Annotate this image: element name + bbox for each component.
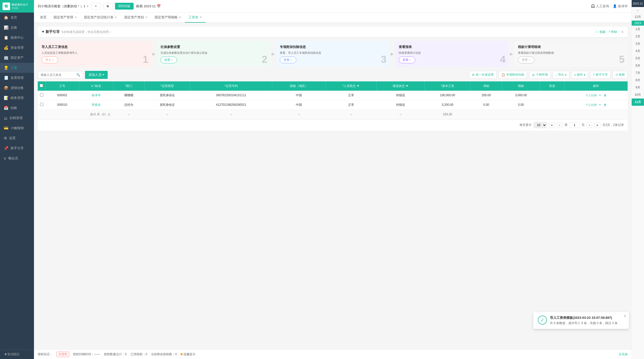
filter-status-icon[interactable]: ▼ — [356, 84, 359, 88]
sidebar-item-member[interactable]: V 畅会员 — [0, 153, 34, 163]
op-social-insurance-link[interactable]: 个人社保 — [586, 94, 597, 97]
charge-link[interactable]: 去充值 — [619, 352, 628, 356]
social-insurance-button[interactable]: ⚙ 统一社保设置 — [469, 71, 497, 79]
sidebar-item-label: 总账 — [11, 25, 17, 30]
tab-fixed-assets-category[interactable]: 固定资产类别 ✕ — [121, 13, 151, 23]
op-social-insurance-link[interactable]: 个人社保 — [586, 103, 597, 106]
op-delete-icon[interactable]: 🗑 — [604, 94, 607, 97]
step-1-button[interactable]: 导入＞ — [42, 57, 58, 63]
tab-home[interactable]: 首页 — [36, 13, 50, 23]
calendar-month-8[interactable]: 8月 — [632, 77, 644, 84]
row-select-checkbox[interactable] — [40, 103, 43, 106]
sidebar-item-settings[interactable]: ⚙ 设置 — [0, 133, 34, 143]
tab-fixed-assets-detail[interactable]: 固定资产明细账 ✕ — [151, 13, 185, 23]
step-2-button[interactable]: 设置＞ — [160, 57, 177, 63]
toast-content: 导入工资表模板(2023-03-23 15:07:59.897) 共 9 条数据… — [550, 316, 624, 325]
step-5-button[interactable]: 查看＞ — [518, 57, 535, 63]
op-delete-icon[interactable]: 🗑 — [604, 103, 607, 106]
content-area: ✦ 新手引导 5步快速完成设置，快去完善信息吧～ ▷ 视频 ? 帮助 ✕ 导入员… — [34, 23, 631, 349]
employee-name-link[interactable]: 李俊杰 — [92, 103, 101, 107]
last-page-button[interactable]: » — [594, 122, 600, 128]
tab-close-icon[interactable]: ✕ — [179, 16, 181, 19]
cancel-pin-button[interactable]: ◀ 取消固定 — [0, 349, 34, 359]
export-button[interactable]: ↓ 导出 ▾ — [553, 71, 569, 79]
tab-payroll-table[interactable]: 工资表 ✕ — [185, 13, 206, 23]
sidebar-item-inventory[interactable]: 📦 进销台账 — [0, 83, 34, 93]
sidebar-item-petty[interactable]: 💳 小畅报销 — [0, 123, 34, 133]
calendar-month-1[interactable]: 1月 — [632, 26, 644, 33]
summary-dash-2: -- — [144, 110, 190, 119]
calendar-month-3[interactable]: 3月 — [632, 40, 644, 47]
operations-button[interactable]: ≡ 操作 ▾ — [571, 71, 588, 79]
sidebar-item-fixed-assets[interactable]: 🏢 固定资产 — [0, 53, 34, 63]
first-page-button[interactable]: « — [549, 122, 555, 128]
calendar-collapse-button[interactable]: « — [637, 7, 639, 13]
calendar-month-6[interactable]: 6月 — [632, 62, 644, 69]
select-all-checkbox[interactable] — [40, 84, 43, 87]
calendar-month-dec[interactable]: 12月 — [632, 13, 644, 21]
special-deduction-button[interactable]: 📋 专项附加扣除 — [499, 71, 527, 79]
sidebar-item-tax[interactable]: 📝 税务管理 — [0, 93, 34, 103]
sidebar-item-close[interactable]: 📅 结账 — [0, 103, 34, 113]
total-records: 共1页，2条记录 — [602, 123, 624, 127]
switch-version-button[interactable]: 切到旧版 — [115, 3, 134, 10]
step-3-button[interactable]: 查看＞ — [280, 57, 296, 63]
tab-fixed-assets-depreciation[interactable]: 固定资产折旧统计表 ✕ — [80, 13, 121, 23]
sidebar-item-ledger[interactable]: 📊 总账 — [0, 23, 34, 33]
consult-button[interactable]: 🎧 人工咨询 — [591, 4, 609, 9]
sidebar-item-payroll[interactable]: 👷 工资 — [0, 63, 34, 73]
tab-close-icon[interactable]: ✕ — [199, 16, 202, 19]
tax-declare-button[interactable]: 🖨 个税申报 — [529, 71, 551, 79]
wizard-help-link[interactable]: ? 帮助 — [609, 30, 617, 34]
calendar-month-5[interactable]: 5月 — [632, 55, 644, 62]
wizard-button[interactable]: ? 新手引导 — [590, 71, 611, 79]
search-input[interactable] — [41, 73, 75, 77]
wizard-video-link[interactable]: ▷ 视频 — [596, 30, 606, 34]
calendar-month-9[interactable]: 9月 — [632, 84, 644, 91]
summary-row: 合计 共（2）人 -- -- -- -- -- -- 103,20 — [38, 110, 628, 119]
calendar-month-2[interactable]: 2月 — [632, 33, 644, 40]
refresh-button[interactable]: ↺ 刷新 — [613, 71, 628, 79]
calendar-month-11[interactable]: 11月 — [632, 98, 644, 106]
user-menu[interactable]: 👤 徐泽华 — [613, 4, 628, 9]
prev-page-button[interactable]: ‹ — [557, 122, 562, 128]
op-edit-icon[interactable]: ✏ — [599, 94, 601, 97]
cell-report-status: 待报送 — [377, 91, 425, 100]
account-selector[interactable]: 刘小艳演示账套（勿删勿动！）1 ▾ — [38, 4, 89, 9]
logo-icon: 畅 — [3, 3, 10, 10]
calendar-month-10[interactable]: 10月 — [632, 91, 644, 98]
calendar-month-7[interactable]: 7月 — [632, 69, 644, 77]
per-page-select[interactable]: 10 — [534, 122, 547, 128]
tab-close-icon[interactable]: ✕ — [74, 16, 77, 19]
toast-close-button[interactable]: ✕ — [623, 314, 626, 318]
add-account-button[interactable]: ＋ — [91, 3, 101, 10]
tab-close-icon[interactable]: ✕ — [145, 16, 148, 19]
sidebar-item-funds[interactable]: 💰 资金管理 — [0, 43, 34, 53]
sidebar-item-guide[interactable]: 📌 新手引导 — [0, 143, 34, 153]
wizard-title: ✦ 新手引导 — [42, 30, 60, 34]
search-box[interactable]: 🔍 — [38, 71, 83, 78]
calendar-year-2023[interactable]: 2023 — [632, 21, 644, 26]
tab-close-icon[interactable]: ✕ — [115, 16, 117, 19]
cell-basic-salary: 100,000.00 — [425, 91, 470, 100]
row-select-checkbox[interactable] — [40, 93, 43, 96]
add-employee-button[interactable]: 添加人员 ▾ — [85, 71, 108, 79]
settings-button[interactable]: ⚙ — [103, 3, 112, 9]
page-number-input[interactable] — [570, 122, 580, 128]
wizard-close-button[interactable]: ✕ — [621, 30, 624, 34]
step-4-button[interactable]: 查看＞ — [399, 57, 415, 63]
sidebar-item-reports[interactable]: 📋 报表中心 — [0, 33, 34, 43]
wizard-label: 新手引导 — [596, 73, 608, 77]
employee-name-link[interactable]: 徐泽华 — [92, 93, 101, 97]
sidebar-item-home[interactable]: 🏠 首页 — [0, 13, 34, 23]
sidebar-item-archive[interactable]: 🗂 归档管理 — [0, 113, 34, 123]
sidebar-item-label: 结账 — [11, 106, 17, 110]
calendar-month-4[interactable]: 4月 — [632, 47, 644, 55]
toast-notification: ✕ ✓ 导入工资表模板(2023-03-23 15:07:59.897) 共 9… — [533, 312, 629, 329]
next-page-button[interactable]: › — [587, 122, 592, 128]
calendar-icon[interactable]: 📅 — [157, 4, 161, 8]
op-edit-icon[interactable]: ✏ — [599, 103, 601, 106]
tab-fixed-assets-mgmt[interactable]: 固定资产管理 ✕ — [50, 13, 80, 23]
filter-report-icon[interactable]: ▼ — [406, 84, 409, 88]
sidebar-item-expense[interactable]: 🧾 发票管理 — [0, 73, 34, 83]
